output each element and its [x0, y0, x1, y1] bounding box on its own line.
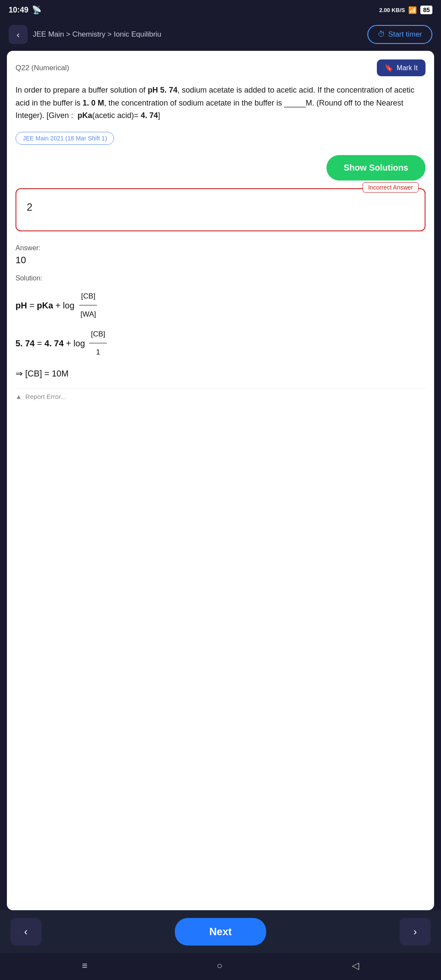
answer-label: Answer: [16, 244, 425, 252]
question-header: Q22 (Numerical) 🔖 Mark It [16, 59, 425, 76]
prev-button[interactable]: ‹ [10, 918, 41, 946]
timer-icon: ⏱ [378, 30, 385, 39]
header-left: ‹ JEE Main > Chemistry > Ionic Equilibri… [9, 25, 161, 44]
mark-label: Mark It [397, 64, 418, 72]
report-label: Report Error... [25, 393, 66, 400]
signal-bars: 📶 [408, 6, 417, 14]
solution-math: pH = pKa + log [CB] [WA] 5. 74 = 4. 74 +… [16, 288, 425, 383]
solution-line-1: pH = pKa + log [CB] [WA] [16, 288, 425, 323]
header: ‹ JEE Main > Chemistry > Ionic Equilibri… [0, 18, 441, 51]
status-bar: 10:49 📡 2.00 KB/S 📶 85 [0, 0, 441, 18]
start-timer-button[interactable]: ⏱ Start timer [367, 25, 432, 44]
system-bar: ≡ ○ ◁ [0, 953, 441, 980]
battery-indicator: 85 [420, 6, 432, 14]
mark-it-button[interactable]: 🔖 Mark It [377, 59, 425, 76]
question-text: In order to prepare a buffer solution of… [16, 84, 425, 122]
answer-input-area: Incorrect Answer 2 [16, 188, 425, 231]
answer-value: 10 [16, 255, 425, 266]
solution-label: Solution: [16, 274, 425, 282]
network-speed: 2.00 KB/S [379, 7, 405, 13]
answer-section: Answer: 10 [16, 244, 425, 266]
user-answer-value: 2 [27, 201, 32, 213]
question-tag: JEE Main 2021 (18 Mar Shift 1) [16, 132, 114, 145]
signal-icon: 📡 [32, 5, 41, 15]
status-right: 2.00 KB/S 📶 85 [379, 6, 432, 14]
bookmark-icon: 🔖 [385, 64, 393, 72]
question-label: Q22 (Numerical) [16, 64, 69, 72]
solution-line-2: 5. 74 = 4. 74 + log [CB] 1 [16, 326, 425, 361]
chevron-up-icon: ▲ [16, 393, 22, 400]
solution-result: ⇒ [CB] = 10M [16, 364, 68, 383]
home-icon: ○ [217, 960, 222, 971]
user-answer-box[interactable]: 2 [16, 188, 425, 231]
show-solutions-button[interactable]: Show Solutions [326, 155, 425, 180]
main-content: Q22 (Numerical) 🔖 Mark It In order to pr… [7, 51, 434, 910]
incorrect-label: Incorrect Answer [363, 182, 419, 193]
report-area[interactable]: ▲ Report Error... [16, 388, 425, 400]
status-time: 10:49 [9, 6, 28, 15]
bottom-navigation: ‹ Next › [0, 910, 441, 953]
back-button[interactable]: ‹ [9, 25, 28, 44]
solution-line-3: ⇒ [CB] = 10M [16, 364, 425, 383]
solution-section: Solution: pH = pKa + log [CB] [WA] 5. 74… [16, 274, 425, 383]
next-button[interactable]: Next [175, 918, 266, 946]
menu-icon: ≡ [82, 960, 87, 971]
back-system-icon: ◁ [352, 960, 359, 971]
status-left: 10:49 📡 [9, 5, 41, 15]
breadcrumb: JEE Main > Chemistry > Ionic Equilibriu [33, 30, 161, 39]
next-arrow-button[interactable]: › [400, 918, 431, 946]
timer-label: Start timer [388, 30, 422, 39]
